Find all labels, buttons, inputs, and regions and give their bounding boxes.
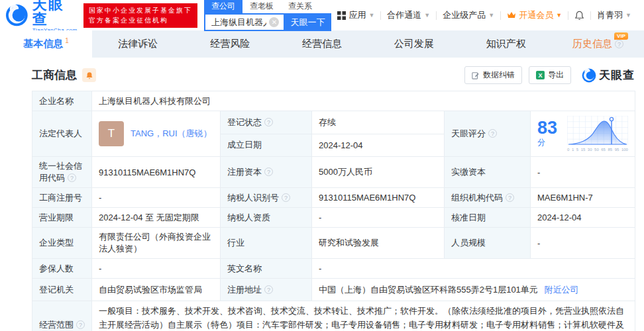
search-tab-relation[interactable]: 查关系	[281, 0, 319, 13]
table-row: 法定代表人 T TANG，RUI（唐锐） 登记状态? 存续 天眼评分? 83分	[32, 111, 635, 134]
score-unit: 分	[537, 138, 545, 147]
grid-icon	[337, 11, 346, 20]
field-label: 登记状态?	[221, 111, 312, 134]
taxpayer-id-value: 91310115MAE6M1HN7Q	[312, 188, 445, 208]
data-correction-button[interactable]: 数据纠错	[464, 66, 522, 84]
establish-date-value: 2024-12-04	[312, 134, 445, 157]
field-label: 英文名称	[221, 259, 312, 279]
field-label: 经营范围?	[32, 301, 92, 331]
field-label: 参保人数	[32, 259, 92, 279]
industry-value: 研究和试验发展	[312, 228, 445, 259]
notification-bell[interactable]	[568, 11, 590, 21]
legal-rep-link[interactable]: TANG，RUI（唐锐）	[131, 128, 212, 140]
monitor-bell-button[interactable]	[82, 68, 96, 82]
business-term-value: 2024-12-04 至 无固定期限	[92, 208, 221, 228]
nearby-companies-link[interactable]: 附近公司	[544, 285, 578, 295]
help-icon[interactable]: ?	[615, 40, 623, 48]
reg-status-value: 存续	[312, 111, 445, 134]
top-menu: 应用▼ 合作通道▼ 企业级产品▼ 开通会员▼ 肖青羽▼	[331, 9, 637, 21]
table-row: 参保人数 - 英文名称 -	[32, 259, 635, 279]
tyc-score-cell[interactable]: 83分	[531, 111, 635, 157]
gov-certification-badge: 国家中小企业发展子基金旗下 官方备案企业征信机构	[83, 3, 197, 28]
field-label: 工商注册号	[32, 188, 92, 208]
search-area: 查公司 查老板 查关系 ✕ 天眼一下	[204, 0, 331, 31]
score-distribution-chart: 01 515 3050 6585 95100	[567, 116, 628, 152]
menu-cooperation[interactable]: 合作通道▼	[381, 9, 436, 21]
user-menu[interactable]: 肖青羽▼	[591, 9, 637, 21]
tianyancha-logo[interactable]: 天眼查 TianYanCha.com	[5, 0, 78, 33]
taxpayer-quality-value: -	[312, 208, 445, 228]
help-icon[interactable]: ?	[488, 129, 497, 138]
reg-address-cell: 中国（上海）自由贸易试验区环科路555弄2号1层101单元 附近公司	[312, 279, 635, 301]
tab-intellectual-property[interactable]: 知识产权	[460, 30, 552, 58]
field-label: 天眼评分?	[445, 111, 531, 157]
field-label: 登记机关	[32, 279, 92, 301]
edit-icon	[472, 71, 480, 79]
search-tab-company[interactable]: 查公司	[204, 0, 242, 13]
tab-count: 1	[65, 37, 69, 44]
staff-size-value: -	[531, 228, 635, 259]
approval-date-value: 2024-12-04	[531, 208, 635, 228]
logo-swirl-icon	[582, 68, 596, 83]
field-label: 组织机构代码?	[445, 188, 531, 208]
search-button[interactable]: 天眼一下	[284, 13, 331, 31]
insured-count-value: -	[92, 259, 221, 279]
tab-operating-risk[interactable]: 经营风险	[184, 30, 276, 58]
section-header: 工商信息 数据纠错 X 导出 天眼查	[32, 66, 635, 84]
tab-history-info[interactable]: VIP 历史信息 ?	[552, 30, 644, 58]
menu-enterprise-products[interactable]: 企业级产品▼	[437, 9, 500, 21]
company-name-value: 上海纵目机器人科技有限公司	[92, 91, 635, 111]
company-nav-tabs: 基本信息1 法律诉讼 经营风险 经营信息 公司发展 知识产权 VIP 历史信息 …	[0, 30, 644, 58]
bell-icon	[85, 71, 93, 79]
field-label: 营业期限	[32, 208, 92, 228]
menu-open-vip[interactable]: 开通会员▼	[501, 9, 568, 21]
excel-icon: X	[536, 71, 545, 79]
search-tab-boss[interactable]: 查老板	[242, 0, 281, 13]
help-icon[interactable]: ?	[264, 285, 273, 294]
field-label: 统一社会信用代码?	[32, 157, 92, 188]
help-icon[interactable]: ?	[264, 167, 273, 176]
logo-swirl-icon	[5, 3, 28, 27]
field-label: 成立日期	[221, 134, 312, 157]
reg-capital-value: 5000万人民币	[312, 157, 445, 188]
score-value: 83	[537, 118, 557, 138]
table-row: 营业期限 2024-12-04 至 无固定期限 纳税人资质 - 核准日期 202…	[32, 208, 635, 228]
field-label: 纳税人识别号?	[221, 188, 312, 208]
search-tabs: 查公司 查老板 查关系	[204, 0, 331, 13]
export-button[interactable]: X 导出	[529, 66, 571, 84]
help-icon[interactable]: ?	[282, 193, 290, 202]
avatar[interactable]: T	[99, 121, 124, 146]
english-name-value: -	[312, 259, 635, 279]
field-label: 法定代表人	[32, 111, 92, 157]
help-icon[interactable]: ?	[264, 118, 273, 126]
org-code-value: MAE6M1HN-7	[531, 188, 635, 208]
field-label: 纳税人资质	[221, 208, 312, 228]
tab-basic-info[interactable]: 基本信息1	[0, 30, 92, 58]
field-label: 企业名称	[32, 91, 92, 111]
credit-code-value: 91310115MAE6M1HN7Q	[92, 157, 221, 188]
table-row: 登记机关 自由贸易试验区市场监管局 注册地址? 中国（上海）自由贸易试验区环科路…	[32, 279, 635, 301]
business-scope-value: 一般项目：技术服务、技术开发、技术咨询、技术交流、技术转让、技术推广；软件开发。…	[92, 301, 635, 331]
tab-company-development[interactable]: 公司发展	[368, 30, 460, 58]
table-row: 工商注册号 - 纳税人识别号? 91310115MAE6M1HN7Q 组织机构代…	[32, 188, 635, 208]
business-info-table: 企业名称 上海纵目机器人科技有限公司 法定代表人 T TANG，RUI（唐锐） …	[32, 91, 635, 331]
paidin-capital-value: -	[531, 157, 635, 188]
section-title: 工商信息	[32, 68, 77, 83]
brand-name: 天眼查	[32, 0, 78, 26]
menu-apps[interactable]: 应用▼	[331, 9, 380, 21]
field-label: 实缴资本	[445, 157, 531, 188]
tab-legal-litigation[interactable]: 法律诉讼	[92, 30, 184, 58]
help-icon[interactable]: ?	[68, 173, 76, 182]
field-label: 行业	[221, 228, 312, 259]
top-header: 天眼查 TianYanCha.com 国家中小企业发展子基金旗下 官方备案企业征…	[0, 0, 644, 30]
field-label: 注册资本?	[221, 157, 312, 188]
field-label: 人员规模	[445, 228, 531, 259]
table-row: 经营范围? 一般项目：技术服务、技术开发、技术咨询、技术交流、技术转让、技术推广…	[32, 301, 635, 331]
bell-icon	[574, 11, 584, 21]
help-icon[interactable]: ?	[506, 193, 514, 202]
tab-operating-info[interactable]: 经营信息	[276, 30, 368, 58]
table-row: 企业类型 有限责任公司（外商投资企业法人独资） 行业 研究和试验发展 人员规模 …	[32, 228, 635, 259]
table-row: 统一社会信用代码? 91310115MAE6M1HN7Q 注册资本? 5000万…	[32, 157, 635, 188]
field-label: 注册地址?	[221, 279, 312, 301]
help-icon[interactable]: ?	[76, 320, 85, 329]
